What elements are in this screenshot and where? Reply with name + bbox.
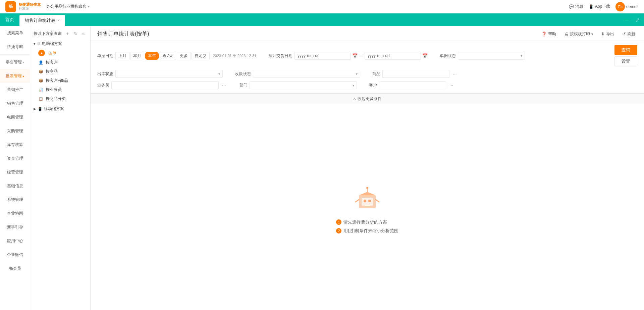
sidebar-item-basic[interactable]: 基础信息 — [0, 179, 30, 193]
template-print-btn[interactable]: 🖨 按模板打印 ▾ — [562, 30, 595, 38]
minimize-icon: — — [624, 17, 629, 23]
scheme-cust-prod-icon: 📦 — [38, 78, 44, 84]
scheme-add-icon: + — [66, 31, 69, 36]
scheme-group-pc-header[interactable]: ▾ 🖥 电脑端方案 — [30, 40, 90, 48]
help-btn[interactable]: ❓ 帮助 — [539, 30, 558, 38]
scheme-by-category-label: 按商品分类 — [46, 96, 66, 102]
dept-select[interactable] — [250, 81, 357, 89]
sidebar-item-member[interactable]: 畅会员 — [0, 262, 30, 275]
scheme-pc-label: 电脑端方案 — [42, 41, 62, 47]
svg-marker-1 — [359, 192, 376, 195]
scheme-edit-btn[interactable]: ✎ — [72, 30, 79, 37]
scheme-add-btn[interactable]: + — [64, 30, 71, 37]
svg-line-8 — [356, 200, 359, 202]
sidebar-item-finance[interactable]: 资金管理 — [0, 152, 30, 165]
date-btn-more[interactable]: 更多 — [177, 52, 191, 60]
sidebar-item-wholesale[interactable]: 批发管理 ▴ — [0, 69, 30, 83]
tab-home[interactable]: 首页 — [0, 13, 19, 26]
cal-from-icon[interactable]: 📅 — [352, 53, 358, 58]
settings-btn[interactable]: 设置 — [614, 56, 637, 66]
scheme-item-by-cust-prod[interactable]: 📦 按客户+商品 — [30, 76, 90, 85]
scheme-by-cust-prod-label: 按客户+商品 — [46, 78, 68, 84]
print-icon: 🖨 — [564, 32, 569, 37]
status-select[interactable] — [458, 52, 525, 60]
sidebar-item-inventory[interactable]: 库存核算 — [0, 138, 30, 152]
sidebar-item-system[interactable]: 系统管理 — [0, 193, 30, 207]
salesperson-label: 业务员 — [97, 83, 109, 88]
scheme-item-by-order[interactable]: ● 按单 — [30, 48, 90, 58]
sidebar: 搜索菜单 快捷导航 零售管理 ▾ 批发管理 ▴ 营销推广 销售管理 电商管理 采… — [0, 26, 30, 310]
sidebar-item-enterprise[interactable]: 企业协同 — [0, 207, 30, 220]
date-btn-custom[interactable]: 自定义 — [192, 52, 210, 60]
scheme-item-by-salesperson[interactable]: 📊 按业务员 — [30, 85, 90, 94]
tab-close-icon[interactable]: × — [57, 18, 60, 23]
scheme-group-pc: ▾ 🖥 电脑端方案 ● 按单 👤 按客户 📦 按商品 📦 — [30, 40, 90, 103]
app-download-action[interactable]: 📱 App下载 — [589, 4, 610, 9]
date-btn-this-year[interactable]: 本年 — [145, 52, 159, 60]
scheme-by-salesperson-label: 按业务员 — [46, 87, 62, 93]
date-to-input[interactable] — [365, 52, 421, 60]
sidebar-item-apps[interactable]: 应用中心 — [0, 234, 30, 248]
date-btn-group: 上月 本月 本年 近7天 更多 自定义 — [115, 52, 210, 60]
export-btn[interactable]: ⬇ 导出 — [599, 30, 616, 38]
sidebar-item-purchase[interactable]: 采购管理 — [0, 124, 30, 138]
sidebar-item-quicknav[interactable]: 快捷导航 — [0, 40, 30, 54]
scheme-group-mobile-header[interactable]: ▶ 📱 移动端方案 — [30, 105, 90, 113]
sidebar-finance-label: 资金管理 — [7, 156, 23, 161]
cal-to-icon[interactable]: 📅 — [422, 53, 428, 58]
tab-expand-btn[interactable]: ⤢ — [633, 16, 641, 24]
date-btn-last-month[interactable]: 上月 — [115, 52, 129, 60]
message-label: 消息 — [575, 4, 583, 9]
sidebar-item-wechat[interactable]: 企业微信 — [0, 248, 30, 262]
sidebar-ecommerce-label: 电商管理 — [7, 115, 23, 119]
filter-date-item: 单据日期 上月 本月 本年 近7天 更多 自定义 2023-01-01 至 20… — [97, 52, 256, 60]
sidebar-wholesale-label: 批发管理 — [6, 73, 22, 79]
tip-text-2: 用[过滤]条件来缩小分析范围 — [343, 228, 398, 234]
top-bar-left: 畅 畅捷通好生意 标准版 办公用品行业模拟账套 ▾ — [5, 1, 90, 12]
help-label: 帮助 — [548, 31, 556, 37]
sidebar-retail-arrow: ▾ — [22, 60, 24, 64]
scheme-collapse-btn[interactable]: « — [80, 30, 87, 37]
svg-point-7 — [366, 187, 368, 189]
payment-status-select[interactable] — [253, 70, 360, 78]
tab-sales-order[interactable]: 销售订单统计表 × — [19, 15, 65, 26]
sidebar-item-newbie[interactable]: 新手引导 — [0, 220, 30, 234]
sidebar-item-search[interactable]: 搜索菜单 — [0, 26, 30, 40]
out-status-label: 出库状态 — [97, 71, 113, 77]
sidebar-item-marketing[interactable]: 营销推广 — [0, 83, 30, 97]
message-action[interactable]: 💬 消息 — [569, 4, 583, 9]
sidebar-item-sales[interactable]: 销售管理 — [0, 97, 30, 110]
sidebar-item-ecommerce[interactable]: 电商管理 — [0, 110, 30, 124]
scheme-item-by-category[interactable]: 📋 按商品分类 — [30, 94, 90, 103]
goods-dots-btn[interactable]: ··· — [451, 70, 458, 77]
date-btn-7days[interactable]: 近7天 — [160, 52, 176, 60]
customer-input[interactable] — [379, 81, 446, 89]
date-from-input[interactable] — [294, 52, 351, 60]
sidebar-search-label: 搜索菜单 — [7, 31, 23, 35]
tab-minimize-btn[interactable]: — — [623, 16, 631, 24]
scheme-item-by-customer[interactable]: 👤 按客户 — [30, 58, 90, 67]
salesperson-dots-btn[interactable]: ··· — [221, 82, 227, 89]
user-area[interactable]: Ea demo2 — [615, 2, 639, 11]
refresh-btn[interactable]: ↺ 刷新 — [620, 30, 637, 38]
scheme-by-order-label: 按单 — [48, 50, 56, 56]
customer-dots-btn[interactable]: ··· — [448, 82, 455, 89]
avatar: Ea — [615, 2, 625, 11]
salesperson-input[interactable] — [111, 81, 219, 89]
filter-expected-date-item: 预计交货日期 📅 — 📅 — [268, 52, 428, 60]
svg-rect-3 — [362, 198, 373, 206]
query-btn[interactable]: 查询 — [614, 45, 637, 55]
sidebar-item-operations[interactable]: 经营管理 — [0, 165, 30, 179]
filter-row-2: 出库状态 收款状态 — [97, 70, 637, 78]
collapse-bar[interactable]: ∧ 收起更多条件 — [91, 94, 644, 104]
date-btn-this-month[interactable]: 本月 — [130, 52, 144, 60]
tip-num-2: 2 — [336, 228, 341, 234]
out-status-select-wrapper — [115, 70, 223, 78]
breadcrumb[interactable]: 办公用品行业模拟账套 ▾ — [46, 4, 90, 9]
scheme-item-by-product[interactable]: 📦 按商品 — [30, 67, 90, 76]
sidebar-item-retail[interactable]: 零售管理 ▾ — [0, 55, 30, 69]
goods-input[interactable] — [382, 70, 449, 78]
scheme-group-mobile: ▶ 📱 移动端方案 — [30, 105, 90, 113]
sidebar-sales-label: 销售管理 — [7, 101, 23, 106]
out-status-select[interactable] — [115, 70, 223, 78]
